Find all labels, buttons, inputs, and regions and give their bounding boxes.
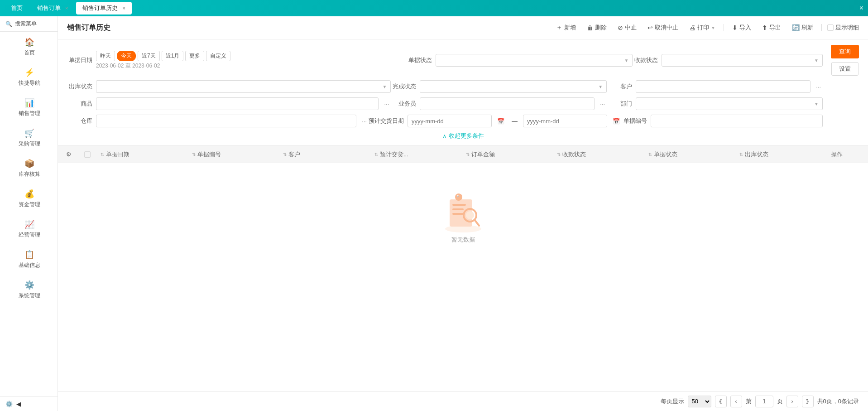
date-btn-more[interactable]: 更多: [185, 51, 204, 61]
th-no[interactable]: ⇅ 单据编号: [188, 150, 280, 159]
order-status-select[interactable]: ▼: [436, 54, 633, 67]
salesperson-dots[interactable]: ···: [598, 101, 607, 107]
import-button[interactable]: ⬇ 导入: [729, 22, 754, 34]
empty-state: 暂无数据: [58, 163, 868, 271]
sidebar-item-home[interactable]: 🏠 首页: [0, 32, 58, 62]
tab-sales-order-history[interactable]: 销售订单历史 ×: [76, 2, 131, 15]
search-icon: 🔍: [5, 21, 12, 27]
page-next-btn[interactable]: ›: [786, 396, 798, 407]
th-order-status[interactable]: ⇅ 单据状态: [645, 150, 736, 159]
sidebar-collapse-icon[interactable]: ◀: [16, 401, 21, 407]
sidebar-item-basic-info[interactable]: 📋 基础信息: [0, 244, 58, 275]
stop-label: 中止: [625, 24, 637, 32]
print-label: 打印: [697, 24, 709, 32]
sidebar-item-sales[interactable]: 📊 销售管理: [0, 92, 58, 123]
toolbar-divider1: [724, 24, 724, 31]
page-last-btn[interactable]: ⟫: [802, 396, 814, 407]
th-customer[interactable]: ⇅ 客户: [279, 150, 371, 159]
tab-sales-order-close[interactable]: ×: [65, 5, 68, 11]
calendar-to-icon[interactable]: 📅: [611, 118, 622, 125]
stop-button[interactable]: ⊘ 中止: [615, 22, 639, 34]
display-detail-checkbox[interactable]: 显示明细: [827, 24, 859, 32]
sidebar-item-inventory[interactable]: 📦 库存核算: [0, 153, 58, 184]
date-col: 昨天 今天 近7天 近1月 更多 自定义 2023-06-02 至 2023-0…: [96, 51, 230, 70]
tab-sales-order[interactable]: 销售订单 ×: [31, 2, 74, 15]
sidebar-search[interactable]: 🔍 搜索菜单: [0, 16, 58, 32]
delete-button[interactable]: 🗑 删除: [584, 22, 609, 34]
th-payment-sort-icon: ⇅: [557, 152, 561, 157]
filter-area: 单据日期 昨天 今天 近7天 近1月 更多 自定义 2023-06-02 至 2…: [58, 39, 868, 146]
export-button[interactable]: ⬆ 导出: [759, 22, 784, 34]
date-btn-1month[interactable]: 近1月: [162, 51, 184, 61]
order-no-input[interactable]: [651, 115, 823, 127]
cancel-stop-button[interactable]: ↩ 取消中止: [645, 22, 681, 34]
customer-input[interactable]: [636, 80, 810, 93]
sidebar-settings-icon[interactable]: ⚙️: [5, 401, 13, 407]
th-date[interactable]: ⇅ 单据日期: [97, 150, 188, 159]
th-settings[interactable]: ⚙: [62, 151, 81, 158]
filter-date: 单据日期 昨天 今天 近7天 近1月 更多 自定义 2023-06-02 至 2…: [67, 51, 407, 70]
cancel-stop-label: 取消中止: [655, 24, 678, 32]
warehouse-status-select[interactable]: ▼: [96, 80, 391, 93]
tab-sales-order-history-close[interactable]: ×: [122, 5, 125, 11]
goods-dots[interactable]: ···: [382, 101, 391, 107]
query-button[interactable]: 查询: [831, 45, 859, 58]
customer-dots[interactable]: ···: [814, 83, 823, 90]
th-payment-status[interactable]: ⇅ 收款状态: [553, 150, 645, 159]
sidebar-item-system[interactable]: ⚙️ 系统管理: [0, 275, 58, 305]
filter-department: 部门 ▼: [607, 97, 823, 110]
th-warehouse-status[interactable]: ⇅ 出库状态: [736, 150, 827, 159]
th-delivery-sort-icon: ⇅: [374, 152, 378, 157]
new-button[interactable]: ＋ 新增: [553, 22, 579, 34]
th-delivery-date[interactable]: ⇅ 预计交货...: [371, 150, 462, 159]
page-size-select[interactable]: 50 10 20 100: [688, 396, 711, 407]
goods-input[interactable]: [96, 97, 379, 110]
date-btn-yesterday[interactable]: 昨天: [96, 51, 115, 61]
inventory-icon: 📦: [24, 159, 34, 169]
delivery-date-from[interactable]: [408, 115, 492, 127]
collapse-up-icon: ∧: [442, 133, 447, 140]
empty-illustration: [436, 190, 490, 236]
calendar-from-icon[interactable]: 📅: [495, 118, 506, 125]
print-button[interactable]: 🖨 打印 ▼: [686, 22, 718, 34]
th-check[interactable]: [81, 151, 97, 158]
th-order-label: 单据状态: [654, 150, 677, 159]
date-btn-custom[interactable]: 自定义: [206, 51, 230, 61]
collapse-link[interactable]: ∧ 收起更多条件: [67, 132, 859, 140]
new-icon: ＋: [556, 24, 562, 32]
page-prev-btn[interactable]: ‹: [730, 396, 742, 407]
warehouse-input[interactable]: [96, 115, 356, 127]
th-date-label: 单据日期: [106, 150, 129, 159]
export-label: 导出: [769, 24, 781, 32]
sidebar: 🔍 搜索菜单 🏠 首页 ⚡ 快捷导航 📊 销售管理 🛒 采购管理 📦 库存核算 …: [0, 16, 58, 411]
topbar-close-icon[interactable]: ×: [859, 4, 863, 12]
sidebar-item-finance[interactable]: 💰 资金管理: [0, 184, 58, 214]
tab-home[interactable]: 首页: [5, 2, 29, 15]
svg-point-8: [455, 193, 462, 201]
new-label: 新增: [564, 24, 576, 32]
svg-rect-2: [452, 204, 466, 206]
delivery-date-to[interactable]: [523, 115, 607, 127]
date-btn-7days[interactable]: 近7天: [138, 51, 160, 61]
payment-status-select[interactable]: ▼: [662, 54, 823, 67]
refresh-button[interactable]: 🔄 刷新: [789, 22, 816, 34]
export-icon: ⬆: [762, 24, 767, 31]
page-number-input[interactable]: [755, 396, 773, 407]
th-amount[interactable]: ⇅ 订单金额: [462, 150, 554, 159]
tab-home-label: 首页: [11, 4, 23, 12]
page-first-btn[interactable]: ⟪: [715, 396, 727, 407]
sidebar-search-label: 搜索菜单: [15, 20, 37, 28]
date-btn-today[interactable]: 今天: [117, 51, 136, 61]
salesperson-input[interactable]: [420, 97, 595, 110]
stop-icon: ⊘: [618, 24, 623, 31]
th-customer-sort-icon: ⇅: [283, 152, 287, 157]
sidebar-item-quick-nav[interactable]: ⚡ 快捷导航: [0, 62, 58, 92]
sidebar-item-finance-label: 资金管理: [19, 201, 40, 208]
set-button[interactable]: 设置: [831, 62, 858, 76]
sidebar-item-purchase[interactable]: 🛒 采购管理: [0, 123, 58, 153]
tab-sales-order-history-label: 销售订单历史: [82, 4, 118, 12]
complete-status-select[interactable]: ▼: [420, 80, 607, 93]
sidebar-item-operations[interactable]: 📈 经营管理: [0, 214, 58, 244]
department-select[interactable]: ▼: [636, 97, 823, 110]
warehouse-dots[interactable]: ···: [360, 118, 369, 125]
